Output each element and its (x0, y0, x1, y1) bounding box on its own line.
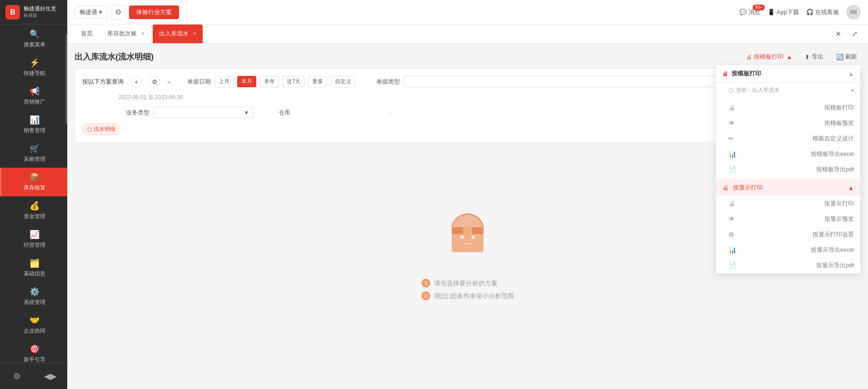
search-icon: 🔍 (30, 29, 40, 39)
sidebar-item-system[interactable]: ⚙️ 系统管理 (0, 282, 67, 311)
message-btn[interactable]: 💬 消息 99+ (739, 8, 760, 16)
filter-set-btn[interactable]: ⚙ (149, 76, 160, 87)
guide-icon: 🎯 (30, 344, 40, 354)
empty-illustration (440, 204, 495, 268)
print-template-export-excel-item[interactable]: 📊 按模板导出excel (716, 146, 860, 162)
main-area: 畅捷通 ▾ ⚙ 体验行业方案 💬 消息 99+ 📱 App下载 🎧 在线客服 (67, 0, 868, 389)
sidebar-item-guide[interactable]: 🎯 新手引导 (0, 339, 67, 363)
print-dropdown-collapse-icon[interactable]: ▲ (848, 70, 854, 77)
sidebar-item-finance-label: 资金管理 (24, 213, 45, 220)
phone-icon: 📱 (768, 9, 775, 15)
export-btn[interactable]: ⬆ 导出 (801, 51, 827, 63)
display-preview-icon: 👁 (728, 215, 735, 223)
inventory-icon: 📦 (30, 172, 40, 182)
date-btn-custom[interactable]: 自定义 (331, 76, 355, 87)
tab-batch-account[interactable]: 库存批次账 × (101, 25, 151, 43)
display-section-label: 按显示打印 (733, 184, 763, 192)
print-display-print-item[interactable]: 🖨 按显示打印 (716, 196, 860, 211)
enterprise-icon: 🤝 (30, 315, 40, 325)
warehouse-label: 仓库 (279, 109, 290, 117)
export-icon: ⬆ (805, 54, 810, 60)
online-service-btn[interactable]: 🎧 在线客服 (806, 8, 839, 16)
biz-type-selector[interactable]: ▾ (153, 107, 253, 118)
print-dropdown-scrollable: ⬡ 当前：出入库流水 ▾ 🖨 按模板打印 👁 按模板预览 (716, 83, 860, 274)
tab-in-out-flow-close[interactable]: × (193, 30, 196, 37)
sidebar-item-purchase[interactable]: 🛒 采购管理 (0, 139, 67, 168)
tab-close-all-btn[interactable]: ✕ (832, 28, 844, 40)
print-display-section-header[interactable]: 🖨 按显示打印 ▲ (716, 180, 860, 196)
page-title-bar: 出入库流水(流水明细) 🖨 按模板打印 ▲ ⬆ 导出 🔄 刷新 (75, 51, 861, 63)
display-section-icon: 🖨 (722, 184, 728, 191)
sales-icon: 📊 (30, 115, 40, 125)
user-avatar[interactable]: Rit (846, 5, 861, 20)
date-btn-more[interactable]: 更多 (308, 76, 327, 87)
display-settings-icon: ⚙ (728, 231, 734, 238)
date-btn-last-month[interactable]: 上月 (215, 76, 234, 87)
sidebar-item-quick-nav[interactable]: ⚡ 快捷导航 (0, 53, 67, 82)
sidebar-item-inventory[interactable]: 📦 库存核算 (0, 168, 67, 196)
tab-maximize-btn[interactable]: ⤢ (848, 28, 861, 40)
sidebar-item-finance[interactable]: 💰 资金管理 (0, 196, 67, 225)
display-section-collapse[interactable]: ▲ (848, 185, 854, 191)
sidebar-item-search-label: 搜索菜单 (24, 41, 45, 49)
sidebar-item-marketing-label: 营销推广 (24, 98, 45, 106)
template-print-label: 按模板打印 (824, 104, 854, 112)
filter-collapse-icon[interactable]: « (167, 78, 171, 85)
empty-step-1: 1 请先选择要分析的方案 (421, 277, 514, 289)
tab-home-label: 首页 (81, 30, 93, 38)
refresh-btn[interactable]: 🔄 刷新 (833, 51, 861, 63)
print-dropdown-header: 🖨 按模板打印 ▲ (716, 65, 860, 83)
print-template-customize-item[interactable]: ✏ 模板自定义设计 (716, 131, 860, 146)
print-template-btn[interactable]: 🖨 按模板打印 ▲ (743, 51, 796, 63)
print-dropdown-title: 按模板打印 (732, 70, 761, 78)
sidebar-item-basic[interactable]: 🗂️ 基础信息 (0, 254, 67, 282)
template-export-pdf-icon: 📄 (728, 166, 736, 173)
sidebar-item-search[interactable]: 🔍 搜索菜单 (0, 25, 67, 53)
trial-industry-btn[interactable]: 体验行业方案 (129, 5, 179, 19)
tab-in-out-flow-label: 出入库流水 (159, 30, 189, 38)
date-btn-this-year[interactable]: 本年 (260, 76, 279, 87)
print-display-export-pdf-item[interactable]: 📄 按显示导出pdf (716, 258, 860, 273)
company-selector[interactable]: 畅捷通 ▾ (75, 6, 107, 19)
print-dropdown-arrow[interactable]: ▲ (786, 54, 792, 60)
gear-icon: ⚙ (115, 8, 121, 16)
filter-add-btn[interactable]: + (131, 76, 142, 87)
print-icon: 🖨 (746, 54, 752, 60)
print-template-preview-item[interactable]: 👁 按模板预览 (716, 115, 860, 131)
sidebar-item-operation[interactable]: 📈 经营管理 (0, 225, 67, 254)
sidebar-item-sales[interactable]: 📊 销售管理 (0, 110, 67, 139)
basic-icon: 🗂️ (30, 258, 40, 268)
tab-batch-account-close[interactable]: × (141, 30, 145, 37)
filter-tag-detail[interactable]: ⬡ 流水明细 (82, 124, 120, 135)
print-template-export-pdf-item[interactable]: 📄 按模板导出pdf (716, 162, 860, 177)
tab-home[interactable]: 首页 (75, 25, 99, 43)
print-display-preview-item[interactable]: 👁 按显示预览 (716, 211, 860, 227)
tab-in-out-flow[interactable]: 出入库流水 × (153, 25, 203, 43)
message-badge: 99+ (753, 5, 765, 10)
header-settings-btn[interactable]: ⚙ (111, 5, 125, 20)
warehouse-more-icon[interactable]: ··· (389, 109, 394, 116)
template-preview-icon: 👁 (728, 120, 735, 127)
app-download-btn[interactable]: 📱 App下载 (768, 8, 799, 16)
sidebar: B 畅捷通好生意 标准版 🔍 搜索菜单 ⚡ 快捷导航 📢 营销推广 📊 销售管理… (0, 0, 67, 389)
sidebar-item-basic-label: 基础信息 (24, 270, 45, 278)
print-template-print-item[interactable]: 🖨 按模板打印 (716, 100, 860, 115)
date-btn-7days[interactable]: 近7天 (283, 76, 305, 87)
print-display-export-excel-item[interactable]: 📊 按显示导出excel (716, 242, 860, 258)
filter-tag-label: 流水明细 (94, 125, 115, 133)
print-display-settings-item[interactable]: ⚙ 按显示打印设置 (716, 227, 860, 242)
settings-bottom-btn[interactable]: ⚙ (9, 368, 25, 384)
warehouse-selector[interactable]: ··· (294, 109, 394, 116)
company-name: 畅捷通 (80, 8, 97, 16)
export-label: 导出 (812, 53, 823, 61)
print-current-context: ⬡ 当前：出入库流水 ▾ (716, 83, 860, 98)
refresh-label: 刷新 (845, 53, 857, 61)
date-range-text: 2023-06-01 至 2023-06-30 (119, 94, 183, 100)
divider-2 (716, 178, 860, 179)
collapse-sidebar-btn[interactable]: ◀▶ (42, 368, 59, 384)
sidebar-item-marketing[interactable]: 📢 营销推广 (0, 82, 67, 110)
sidebar-item-enterprise[interactable]: 🤝 企业协同 (0, 311, 67, 339)
template-print-icon: 🖨 (728, 104, 735, 111)
date-btn-this-month[interactable]: 本月 (237, 76, 256, 87)
template-export-excel-icon: 📊 (728, 150, 736, 158)
